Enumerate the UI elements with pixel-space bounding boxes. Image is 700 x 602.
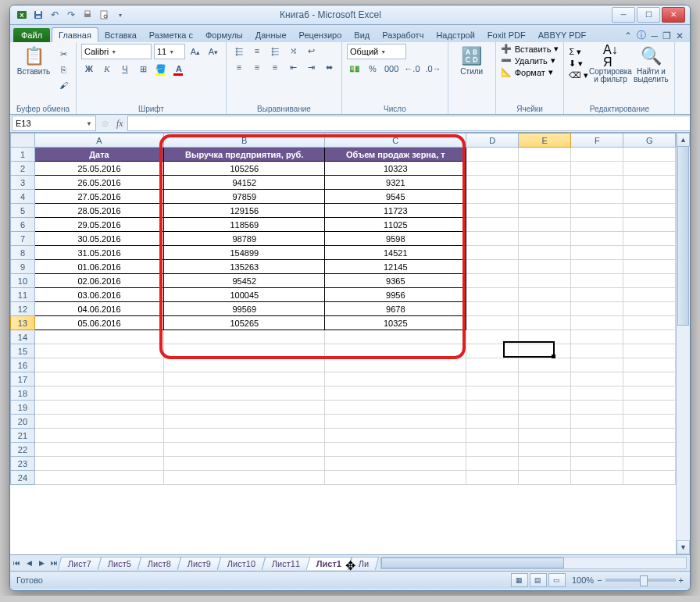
row-header[interactable]: 17 bbox=[11, 372, 35, 386]
decrease-indent-icon[interactable]: ⇤ bbox=[285, 60, 301, 74]
select-all-corner[interactable] bbox=[11, 134, 35, 148]
cell[interactable]: 9678 bbox=[325, 302, 466, 316]
sheet-tab[interactable]: Лист5 bbox=[98, 557, 142, 570]
cell[interactable] bbox=[466, 302, 519, 316]
cell[interactable] bbox=[623, 386, 676, 401]
decrease-decimal-icon[interactable]: .0→ bbox=[424, 62, 443, 76]
tab-nav-prev-icon[interactable]: ◀ bbox=[23, 557, 35, 569]
cell[interactable] bbox=[623, 457, 676, 471]
cell[interactable]: 94152 bbox=[164, 176, 325, 190]
cell[interactable] bbox=[164, 372, 325, 386]
cells-delete-button[interactable]: ➖Удалить ▾ bbox=[501, 55, 559, 66]
cell[interactable] bbox=[623, 330, 676, 344]
cell[interactable] bbox=[571, 204, 623, 218]
cancel-formula-icon[interactable]: ⊘ bbox=[98, 116, 112, 130]
cell[interactable]: 27.05.2016 bbox=[34, 190, 163, 204]
cell[interactable]: 10323 bbox=[325, 162, 466, 176]
col-header-A[interactable]: A bbox=[34, 134, 163, 148]
cell[interactable] bbox=[519, 386, 571, 401]
minimize-ribbon-icon[interactable]: ⌃ bbox=[624, 30, 632, 41]
vertical-scrollbar[interactable]: ▲ ▼ bbox=[676, 133, 690, 554]
cell[interactable] bbox=[519, 415, 571, 429]
cell[interactable] bbox=[34, 457, 163, 471]
tab-abbyy[interactable]: ABBYY PDF bbox=[532, 28, 593, 42]
tab-nav-first-icon[interactable]: ⏮ bbox=[10, 557, 23, 569]
row-header[interactable]: 6 bbox=[11, 218, 35, 232]
cell[interactable] bbox=[325, 372, 466, 386]
row-header[interactable]: 8 bbox=[11, 246, 35, 260]
cell[interactable] bbox=[571, 457, 623, 471]
tab-home[interactable]: Главная bbox=[52, 27, 98, 42]
underline-button[interactable]: Ч bbox=[117, 62, 133, 76]
cell[interactable] bbox=[519, 148, 571, 162]
increase-indent-icon[interactable]: ⇥ bbox=[303, 60, 319, 74]
cell[interactable] bbox=[571, 429, 623, 443]
cell[interactable]: Дата bbox=[34, 148, 163, 162]
cell[interactable] bbox=[34, 344, 163, 358]
cell[interactable] bbox=[519, 274, 571, 288]
zoom-out-icon[interactable]: − bbox=[597, 575, 602, 585]
cell[interactable] bbox=[519, 429, 571, 443]
cell[interactable] bbox=[571, 443, 623, 457]
cell[interactable]: 02.06.2016 bbox=[34, 274, 163, 288]
tab-nav-next-icon[interactable]: ▶ bbox=[35, 557, 48, 569]
cell[interactable]: 31.05.2016 bbox=[34, 246, 163, 260]
cell[interactable] bbox=[623, 302, 676, 316]
row-header[interactable]: 18 bbox=[11, 386, 35, 401]
cell[interactable] bbox=[519, 372, 571, 386]
cell[interactable] bbox=[466, 386, 519, 401]
cell[interactable] bbox=[623, 288, 676, 302]
cell[interactable] bbox=[519, 190, 571, 204]
zoom-slider[interactable] bbox=[605, 579, 676, 582]
scroll-thumb[interactable] bbox=[677, 146, 689, 326]
cell[interactable]: 14521 bbox=[325, 246, 466, 260]
cell[interactable] bbox=[466, 288, 519, 302]
cell[interactable] bbox=[623, 232, 676, 246]
cell[interactable] bbox=[623, 429, 676, 443]
tab-insert[interactable]: Вставка bbox=[98, 28, 143, 42]
cell[interactable] bbox=[466, 316, 519, 330]
cell[interactable] bbox=[466, 232, 519, 246]
row-header[interactable]: 10 bbox=[11, 274, 35, 288]
align-bottom-icon[interactable]: ⬱ bbox=[267, 44, 283, 58]
cell[interactable]: 29.05.2016 bbox=[34, 218, 163, 232]
sort-filter-button[interactable]: A↓Я Сортировка и фильтр bbox=[591, 44, 629, 85]
cell[interactable]: 105265 bbox=[164, 316, 325, 330]
cell[interactable] bbox=[571, 415, 623, 429]
cell[interactable] bbox=[571, 260, 623, 274]
cell[interactable] bbox=[571, 148, 623, 162]
zoom-in-icon[interactable]: + bbox=[679, 575, 684, 585]
cell[interactable]: 154899 bbox=[164, 246, 325, 260]
align-right-icon[interactable]: ≡ bbox=[267, 60, 283, 74]
cell[interactable] bbox=[623, 316, 676, 330]
sheet-tab[interactable]: Лист8 bbox=[138, 557, 182, 570]
cell[interactable] bbox=[34, 386, 163, 401]
maximize-button[interactable]: ☐ bbox=[637, 7, 660, 23]
row-header[interactable]: 9 bbox=[11, 260, 35, 274]
cell[interactable]: 105256 bbox=[164, 162, 325, 176]
tab-addins[interactable]: Надстрой bbox=[430, 28, 480, 42]
file-tab[interactable]: Файл bbox=[13, 28, 50, 42]
cell[interactable] bbox=[519, 330, 571, 344]
cell[interactable] bbox=[325, 429, 466, 443]
view-pagebreak-icon[interactable]: ▭ bbox=[548, 573, 566, 587]
cell[interactable] bbox=[571, 401, 623, 415]
cell[interactable] bbox=[623, 274, 676, 288]
row-header[interactable]: 16 bbox=[11, 358, 35, 372]
row-header[interactable]: 4 bbox=[11, 190, 35, 204]
row-header[interactable]: 2 bbox=[11, 162, 35, 176]
wrap-text-icon[interactable]: ↩ bbox=[303, 44, 319, 58]
col-header-F[interactable]: F bbox=[571, 134, 623, 148]
sheet-tab[interactable]: Ли bbox=[348, 557, 379, 570]
cell[interactable]: 04.06.2016 bbox=[34, 302, 163, 316]
decrease-font-icon[interactable]: A▾ bbox=[205, 45, 221, 59]
cell[interactable] bbox=[519, 204, 571, 218]
horizontal-scrollbar[interactable] bbox=[380, 557, 687, 569]
align-top-icon[interactable]: ⬱ bbox=[231, 44, 247, 58]
tab-layout[interactable]: Разметка с bbox=[143, 28, 199, 42]
excel-icon[interactable]: X bbox=[15, 8, 29, 22]
row-header[interactable]: 20 bbox=[11, 415, 35, 429]
row-header[interactable]: 7 bbox=[11, 232, 35, 246]
cell[interactable] bbox=[623, 246, 676, 260]
cell[interactable] bbox=[571, 358, 623, 372]
